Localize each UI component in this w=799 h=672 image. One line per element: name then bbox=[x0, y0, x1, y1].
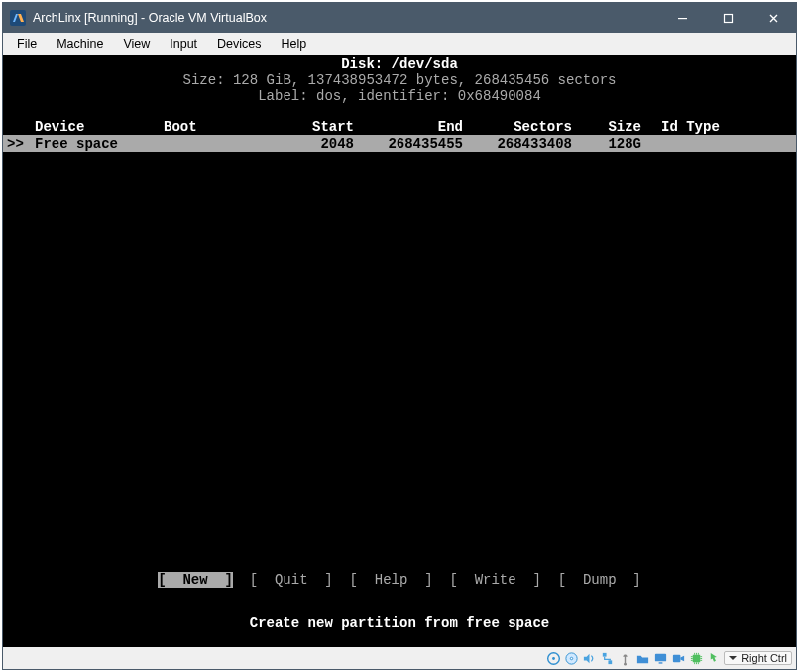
row-start: 2048 bbox=[245, 136, 354, 152]
statusbar: Right Ctrl bbox=[3, 647, 796, 669]
audio-icon[interactable] bbox=[581, 650, 597, 666]
terminal[interactable]: Disk: /dev/sda Size: 128 GiB, 1374389534… bbox=[3, 55, 796, 647]
down-arrow-icon bbox=[727, 652, 739, 664]
menu-input[interactable]: Input bbox=[160, 35, 207, 53]
menu-machine[interactable]: Machine bbox=[47, 35, 113, 53]
recording-icon[interactable] bbox=[670, 650, 686, 666]
svg-rect-12 bbox=[673, 654, 681, 662]
svg-rect-0 bbox=[10, 10, 26, 26]
display-icon[interactable] bbox=[652, 650, 668, 666]
svg-point-6 bbox=[570, 657, 572, 659]
col-boot: Boot bbox=[164, 119, 245, 135]
minimize-button[interactable] bbox=[659, 3, 705, 33]
host-key-indicator[interactable]: Right Ctrl bbox=[724, 651, 792, 665]
svg-point-4 bbox=[552, 657, 555, 660]
svg-rect-1 bbox=[678, 18, 687, 19]
action-help[interactable]: [ Help ] bbox=[350, 572, 433, 588]
col-device: Device bbox=[35, 119, 164, 135]
maximize-button[interactable] bbox=[705, 3, 750, 33]
host-key-label: Right Ctrl bbox=[742, 652, 787, 664]
disk-label: Label: dos, identifier: 0x68490084 bbox=[3, 88, 796, 104]
col-size: Size bbox=[572, 119, 641, 135]
menu-file[interactable]: File bbox=[7, 35, 47, 53]
col-sectors: Sectors bbox=[463, 119, 572, 135]
action-hint: Create new partition from free space bbox=[3, 616, 796, 631]
window-title: ArchLinx [Running] - Oracle VM VirtualBo… bbox=[33, 11, 659, 25]
svg-rect-2 bbox=[724, 14, 732, 22]
row-end: 268435455 bbox=[354, 136, 463, 152]
hard-disk-icon[interactable] bbox=[545, 650, 561, 666]
virtualbox-icon bbox=[9, 9, 27, 27]
partition-table-header: Device Boot Start End Sectors Size Id Ty… bbox=[3, 118, 796, 135]
action-quit[interactable]: [ Quit ] bbox=[250, 572, 333, 588]
shared-folders-icon[interactable] bbox=[634, 650, 650, 666]
menu-view[interactable]: View bbox=[113, 35, 160, 53]
vm-window: ArchLinx [Running] - Oracle VM VirtualBo… bbox=[2, 2, 797, 670]
row-device: Free space bbox=[35, 136, 164, 152]
menu-devices[interactable]: Devices bbox=[207, 35, 271, 53]
col-end: End bbox=[354, 119, 463, 135]
menu-help[interactable]: Help bbox=[272, 35, 317, 53]
svg-rect-13 bbox=[692, 654, 700, 662]
col-start: Start bbox=[245, 119, 354, 135]
action-dump[interactable]: [ Dump ] bbox=[558, 572, 641, 588]
svg-rect-7 bbox=[602, 652, 606, 656]
window-controls bbox=[659, 3, 796, 33]
disk-header: Disk: /dev/sda bbox=[3, 55, 796, 72]
svg-rect-11 bbox=[658, 662, 662, 663]
optical-disk-icon[interactable] bbox=[563, 650, 579, 666]
svg-rect-8 bbox=[608, 660, 612, 664]
row-marker: >> bbox=[7, 136, 35, 152]
table-row[interactable]: >> Free space 2048 268435455 268433408 1… bbox=[3, 135, 796, 152]
close-button[interactable] bbox=[750, 3, 796, 33]
usb-icon[interactable] bbox=[617, 650, 632, 666]
action-write[interactable]: [ Write ] bbox=[449, 572, 540, 588]
network-icon[interactable] bbox=[599, 650, 615, 666]
mouse-integration-icon[interactable] bbox=[706, 650, 722, 666]
col-idtype: Id Type bbox=[641, 119, 741, 135]
svg-point-9 bbox=[624, 662, 627, 665]
disk-size: Size: 128 GiB, 137438953472 bytes, 26843… bbox=[3, 72, 796, 88]
processor-icon[interactable] bbox=[688, 650, 704, 666]
row-size: 128G bbox=[572, 136, 641, 152]
row-sectors: 268433408 bbox=[463, 136, 572, 152]
action-new[interactable]: [ New ] bbox=[158, 572, 233, 588]
cfdisk-actions: [ New ] [ Quit ] [ Help ] [ Write ] [ Du… bbox=[3, 572, 796, 588]
svg-rect-10 bbox=[655, 653, 666, 661]
menubar: File Machine View Input Devices Help bbox=[3, 33, 796, 55]
titlebar: ArchLinx [Running] - Oracle VM VirtualBo… bbox=[3, 3, 796, 33]
